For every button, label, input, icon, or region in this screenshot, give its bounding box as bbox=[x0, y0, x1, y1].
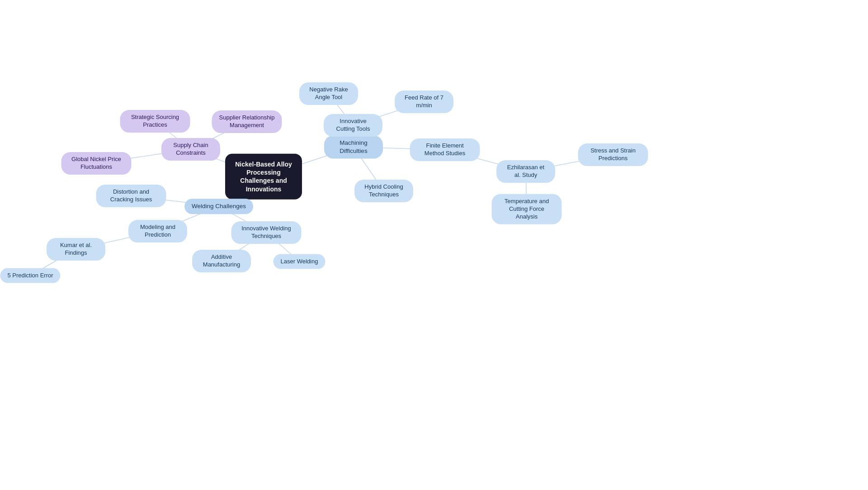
center-node: Nickel-Based Alloy Processing Challenges… bbox=[225, 154, 302, 200]
node-fem-studies[interactable]: Finite Element Method Studies bbox=[410, 138, 480, 161]
node-ezhilarasan[interactable]: Ezhilarasan et al. Study bbox=[496, 160, 555, 183]
node-feed-rate[interactable]: Feed Rate of 7 m/min bbox=[395, 90, 453, 113]
node-temp-cutting[interactable]: Temperature and Cutting Force Analysis bbox=[492, 194, 562, 224]
node-additive-mfg[interactable]: Additive Manufacturing bbox=[192, 250, 251, 272]
node-hybrid-cooling[interactable]: Hybrid Cooling Techniques bbox=[354, 180, 413, 202]
node-supplier-rel[interactable]: Supplier Relationship Management bbox=[212, 110, 282, 133]
node-kumar-findings[interactable]: Kumar et al. Findings bbox=[47, 238, 105, 261]
node-distortion-cracking[interactable]: Distortion and Cracking Issues bbox=[96, 185, 166, 207]
node-prediction-error[interactable]: 5 Prediction Error bbox=[0, 268, 60, 283]
node-welding-challenges[interactable]: Welding Challenges bbox=[184, 199, 253, 214]
node-supply-chain[interactable]: Supply Chain Constraints bbox=[161, 138, 220, 161]
connections-svg bbox=[0, 0, 868, 490]
node-strategic-sourcing[interactable]: Strategic Sourcing Practices bbox=[120, 110, 190, 133]
node-innovative-cutting[interactable]: Innovative Cutting Tools bbox=[324, 114, 382, 137]
node-innovative-welding[interactable]: Innovative Welding Techniques bbox=[231, 221, 302, 244]
node-stress-strain[interactable]: Stress and Strain Predictions bbox=[578, 143, 648, 166]
mind-map-container: Nickel-Based Alloy Processing Challenges… bbox=[0, 0, 868, 490]
node-machining-diff[interactable]: Machining Difficulties bbox=[324, 135, 383, 158]
node-modeling-prediction[interactable]: Modeling and Prediction bbox=[128, 220, 187, 243]
node-laser-welding[interactable]: Laser Welding bbox=[274, 254, 326, 269]
node-global-nickel[interactable]: Global Nickel Price Fluctuations bbox=[61, 152, 132, 175]
node-negative-rake[interactable]: Negative Rake Angle Tool bbox=[299, 82, 358, 105]
